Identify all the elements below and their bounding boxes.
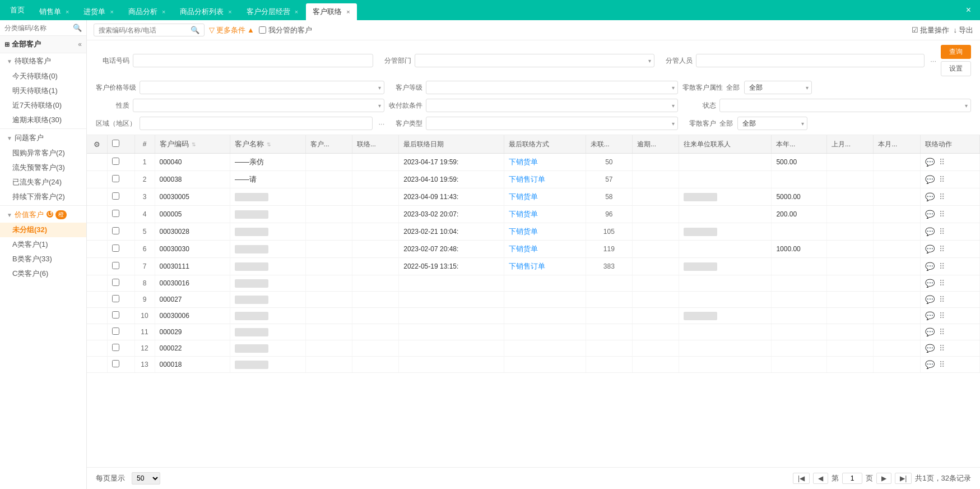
nav-close-btn[interactable]: × bbox=[962, 4, 976, 16]
menu-icon[interactable]: ⠿ bbox=[939, 360, 945, 369]
status-select[interactable] bbox=[719, 99, 971, 112]
close-icon[interactable]: × bbox=[162, 8, 165, 15]
chat-icon[interactable]: 💬 bbox=[925, 210, 935, 219]
td-checkbox[interactable] bbox=[107, 275, 134, 292]
td-checkbox[interactable] bbox=[107, 206, 134, 223]
refresh-icon[interactable]: ↺ bbox=[46, 210, 54, 218]
menu-icon[interactable]: ⠿ bbox=[939, 175, 945, 184]
menu-icon[interactable]: ⠿ bbox=[939, 279, 945, 288]
menu-icon[interactable]: ⠿ bbox=[939, 311, 945, 320]
sparse-attr-select[interactable]: 全部 bbox=[744, 81, 812, 94]
td-checkbox[interactable] bbox=[107, 357, 134, 373]
sidebar-group-pending[interactable]: ▼ 待联络客户 bbox=[0, 53, 86, 69]
my-customers-checkbox[interactable]: 我分管的客户 bbox=[259, 25, 312, 35]
row-checkbox[interactable] bbox=[112, 360, 119, 367]
reset-btn[interactable]: 设置 bbox=[941, 61, 971, 76]
sidebar-item-lost[interactable]: 已流失客户(24) bbox=[0, 175, 86, 190]
menu-icon[interactable]: ⠿ bbox=[939, 210, 945, 219]
sidebar-item-ungroup[interactable]: 未分组(32) bbox=[0, 223, 86, 237]
chat-icon[interactable]: 💬 bbox=[925, 295, 935, 304]
sidebar-item-churn-warning[interactable]: 流失预警客户(3) bbox=[0, 160, 86, 175]
close-icon[interactable]: × bbox=[295, 8, 298, 15]
prev-page-btn[interactable]: ◀ bbox=[813, 473, 828, 484]
nav-tab-customer-contact[interactable]: 客户联络 × bbox=[306, 3, 356, 20]
row-checkbox[interactable] bbox=[112, 327, 119, 335]
sparse-select[interactable]: 全部 bbox=[737, 117, 807, 130]
chat-icon[interactable]: 💬 bbox=[925, 158, 935, 167]
contact-way-link[interactable]: 下销售订单 bbox=[509, 262, 545, 270]
nav-tab-sales[interactable]: 销售单 × bbox=[32, 3, 76, 20]
row-checkbox[interactable] bbox=[112, 158, 119, 165]
close-icon[interactable]: × bbox=[228, 8, 231, 15]
search-icon[interactable]: 🔍 bbox=[191, 26, 199, 34]
chat-icon[interactable]: 💬 bbox=[925, 311, 935, 320]
chat-icon[interactable]: 💬 bbox=[925, 360, 935, 369]
td-checkbox[interactable] bbox=[107, 223, 134, 241]
td-checkbox[interactable] bbox=[107, 308, 134, 324]
nav-tab-analysis-list[interactable]: 商品分析列表 × bbox=[173, 3, 238, 20]
menu-icon[interactable]: ⠿ bbox=[939, 295, 945, 304]
chat-icon[interactable]: 💬 bbox=[925, 279, 935, 288]
td-checkbox[interactable] bbox=[107, 340, 134, 357]
sidebar-item-a-class[interactable]: A类客户(1) bbox=[0, 237, 86, 252]
dept-select[interactable] bbox=[415, 54, 655, 67]
row-checkbox[interactable] bbox=[112, 245, 119, 252]
menu-icon[interactable]: ⠿ bbox=[939, 158, 945, 167]
nav-tab-analysis[interactable]: 商品分析 × bbox=[122, 3, 172, 20]
customer-type-select[interactable] bbox=[426, 117, 677, 130]
chat-icon[interactable]: 💬 bbox=[925, 192, 935, 201]
contact-way-link[interactable]: 下销售订单 bbox=[509, 175, 545, 183]
price-grade-select[interactable] bbox=[140, 81, 384, 94]
sidebar-item-declining[interactable]: 持续下滑客户(2) bbox=[0, 190, 86, 204]
th-code[interactable]: 客户编码 ⇅ bbox=[155, 135, 230, 154]
sidebar-group-value[interactable]: ▼ 价值客户 ↺ 橙 bbox=[0, 207, 86, 223]
th-name[interactable]: 客户名称 ⇅ bbox=[230, 135, 306, 154]
sidebar-search-input[interactable] bbox=[4, 24, 71, 32]
first-page-btn[interactable]: |◀ bbox=[793, 473, 810, 484]
contact-way-link[interactable]: 下销货单 bbox=[509, 210, 538, 218]
sidebar-item-c-class[interactable]: C类客户(6) bbox=[0, 266, 86, 281]
sidebar-item-today[interactable]: 今天待联络(0) bbox=[0, 69, 86, 84]
region-dots-icon[interactable]: ··· bbox=[378, 119, 384, 128]
sidebar-item-overdue[interactable]: 逾期未联络(30) bbox=[0, 113, 86, 127]
settings-icon[interactable]: ⚙ bbox=[94, 140, 100, 149]
search-input[interactable] bbox=[99, 26, 188, 34]
payment-select[interactable] bbox=[426, 99, 677, 112]
select-all-checkbox[interactable] bbox=[112, 140, 119, 147]
chat-icon[interactable]: 💬 bbox=[925, 175, 935, 184]
menu-icon[interactable]: ⠿ bbox=[939, 245, 945, 253]
close-icon[interactable]: × bbox=[110, 8, 113, 15]
chat-icon[interactable]: 💬 bbox=[925, 227, 935, 236]
sidebar-item-abnormal[interactable]: 囤购异常客户(2) bbox=[0, 146, 86, 160]
menu-icon[interactable]: ⠿ bbox=[939, 262, 945, 271]
sidebar-all-customers[interactable]: ⊞ 全部客户 « bbox=[0, 36, 86, 53]
menu-icon[interactable]: ⠿ bbox=[939, 192, 945, 201]
contact-way-link[interactable]: 下销货单 bbox=[509, 245, 538, 253]
td-checkbox[interactable] bbox=[107, 241, 134, 258]
export-btn[interactable]: ↓ 导出 bbox=[954, 25, 974, 35]
menu-icon[interactable]: ⠿ bbox=[939, 327, 945, 336]
sidebar-item-7days[interactable]: 近7天待联络(0) bbox=[0, 98, 86, 113]
contact-way-link[interactable]: 下销货单 bbox=[509, 158, 538, 166]
td-checkbox[interactable] bbox=[107, 188, 134, 206]
row-checkbox[interactable] bbox=[112, 344, 119, 351]
sidebar-item-tomorrow[interactable]: 明天待联络(1) bbox=[0, 84, 86, 98]
chat-icon[interactable]: 💬 bbox=[925, 245, 935, 253]
close-icon[interactable]: × bbox=[346, 8, 350, 15]
th-checkbox[interactable] bbox=[107, 135, 134, 154]
close-icon[interactable]: × bbox=[66, 8, 69, 15]
nature-select[interactable] bbox=[133, 99, 384, 112]
row-checkbox[interactable] bbox=[112, 295, 119, 302]
td-checkbox[interactable] bbox=[107, 154, 134, 171]
next-page-btn[interactable]: ▶ bbox=[876, 473, 891, 484]
sidebar-group-problem[interactable]: ▼ 问题客户 bbox=[0, 130, 86, 146]
row-checkbox[interactable] bbox=[112, 192, 119, 200]
batch-operation-btn[interactable]: ☑ 批量操作 bbox=[912, 25, 949, 35]
contact-way-link[interactable]: 下销货单 bbox=[509, 192, 538, 201]
td-checkbox[interactable] bbox=[107, 292, 134, 308]
sidebar-search-icon[interactable]: 🔍 bbox=[73, 24, 82, 32]
my-customers-check[interactable] bbox=[259, 26, 266, 34]
row-checkbox[interactable] bbox=[112, 175, 119, 182]
row-checkbox[interactable] bbox=[112, 311, 119, 319]
contact-way-link[interactable]: 下销货单 bbox=[509, 227, 538, 236]
